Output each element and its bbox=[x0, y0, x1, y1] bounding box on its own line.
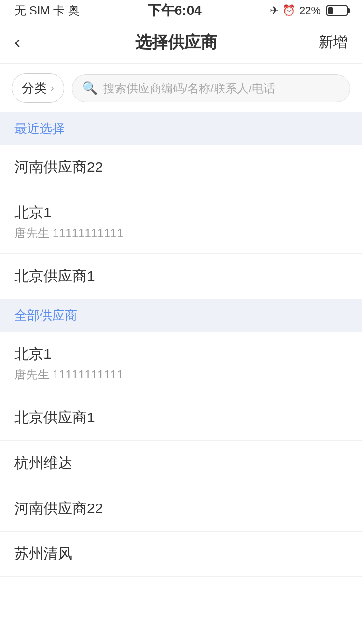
item-sub: 唐先生 11111111111 bbox=[14, 225, 348, 241]
list-item[interactable]: 北京供应商1 bbox=[0, 254, 362, 299]
list-item[interactable]: 北京1 唐先生 11111111111 bbox=[0, 190, 362, 254]
status-right: ✈ ⏰ 22% bbox=[270, 4, 348, 17]
battery-icon bbox=[326, 5, 348, 16]
status-left: 无 SIM 卡 奥 bbox=[14, 3, 80, 18]
sim-status: 无 SIM 卡 奥 bbox=[14, 3, 80, 18]
search-box[interactable]: 🔍 搜索供应商编码/名称/联系人/电话 bbox=[72, 74, 350, 102]
search-icon: 🔍 bbox=[82, 81, 97, 96]
status-bar: 无 SIM 卡 奥 下午6:04 ✈ ⏰ 22% bbox=[0, 0, 362, 21]
all-list: 北京1 唐先生 11111111111 北京供应商1 杭州维达 河南供应商22 … bbox=[0, 332, 362, 577]
item-sub: 唐先生 11111111111 bbox=[14, 367, 348, 382]
list-item[interactable]: 河南供应商22 bbox=[0, 486, 362, 532]
item-name: 河南供应商22 bbox=[14, 499, 348, 518]
list-item[interactable]: 北京供应商1 bbox=[0, 395, 362, 441]
filter-bar: 分类 › 🔍 搜索供应商编码/名称/联系人/电话 bbox=[0, 64, 362, 112]
item-name: 北京1 bbox=[14, 344, 348, 364]
item-name: 北京供应商1 bbox=[14, 266, 348, 286]
item-name: 北京1 bbox=[14, 203, 348, 223]
back-button[interactable]: ‹ bbox=[14, 32, 43, 53]
page-title: 选择供应商 bbox=[135, 31, 217, 54]
status-time: 下午6:04 bbox=[148, 1, 202, 20]
category-button[interactable]: 分类 › bbox=[12, 73, 64, 103]
item-name: 苏州清风 bbox=[14, 544, 348, 564]
battery-percent: 22% bbox=[299, 4, 320, 17]
item-name: 北京供应商1 bbox=[14, 408, 348, 428]
alarm-icon: ⏰ bbox=[282, 4, 295, 17]
list-item[interactable]: 北京1 唐先生 11111111111 bbox=[0, 332, 362, 395]
recent-list: 河南供应商22 北京1 唐先生 11111111111 北京供应商1 bbox=[0, 145, 362, 299]
location-icon: ✈ bbox=[270, 4, 278, 17]
item-name: 杭州维达 bbox=[14, 453, 348, 473]
recent-section-header: 最近选择 bbox=[0, 112, 362, 145]
list-item[interactable]: 河南供应商22 bbox=[0, 145, 362, 190]
chevron-down-icon: › bbox=[51, 83, 54, 94]
search-placeholder: 搜索供应商编码/名称/联系人/电话 bbox=[103, 81, 275, 96]
list-item[interactable]: 杭州维达 bbox=[0, 441, 362, 486]
add-button[interactable]: 新增 bbox=[309, 32, 348, 52]
item-name: 河南供应商22 bbox=[14, 157, 348, 177]
all-section-header: 全部供应商 bbox=[0, 299, 362, 332]
list-item[interactable]: 苏州清风 bbox=[0, 532, 362, 577]
category-label: 分类 bbox=[22, 80, 47, 97]
nav-bar: ‹ 选择供应商 新增 bbox=[0, 21, 362, 64]
